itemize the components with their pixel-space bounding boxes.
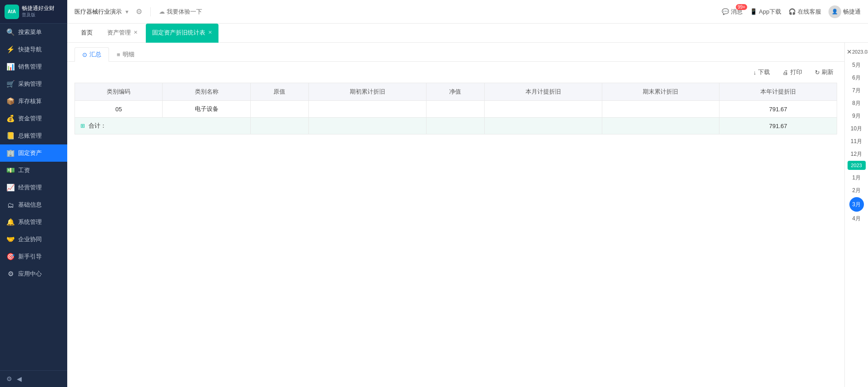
sidebar-nav: 🔍 搜索菜单 ⚡ 快捷导航 📊 销售管理 🛒 采购管理 📦 库存核算 💰 资金管… (0, 24, 67, 370)
subtab-summary[interactable]: ⊙ 汇总 (74, 47, 109, 62)
month-3[interactable]: 3月 (849, 197, 864, 212)
col-header-original: 原值 (250, 83, 308, 101)
sidebar-item-guide[interactable]: 🎯 新手引导 (0, 248, 67, 265)
month-4[interactable]: 4月 (848, 213, 866, 224)
cart-icon: 🛒 (6, 80, 15, 88)
sidebar-item-purchase[interactable]: 🛒 采购管理 (0, 75, 67, 93)
total-icon: ⊞ (80, 123, 85, 129)
summary-icon: ⊙ (82, 51, 87, 58)
target-icon: 🎯 (6, 253, 15, 261)
table-wrap: 类别编码 类别名称 原值 期初累计折旧 净值 本月计提折旧 期末累计折旧 本年计… (67, 83, 844, 387)
sidebar-item-label: 企业协同 (18, 235, 42, 243)
total-net-value (426, 118, 484, 134)
total-end-accum (602, 118, 719, 134)
sidebar-item-label: 库存核算 (18, 97, 42, 105)
topbar: 医疗器械行业演示 ▼ ⚙ ☁ 我要体验一下 💬 消息 99+ 📱 App下载 🎧… (67, 0, 868, 24)
row-initial-accum (308, 101, 426, 118)
sidebar-item-label: 搜索菜单 (18, 28, 42, 36)
sidebar-item-label: 总账管理 (18, 132, 42, 140)
sidebar-item-label: 工资 (18, 166, 30, 174)
refresh-button[interactable]: ↻ 刷新 (811, 66, 837, 78)
sidebar-item-ledger[interactable]: 📒 总账管理 (0, 127, 67, 144)
year-tag-2023[interactable]: 2023 (848, 161, 866, 170)
tab-asset-mgmt-close[interactable]: ✕ (134, 30, 138, 35)
right-panel-close-button[interactable]: ✕ (847, 48, 852, 55)
sidebar-item-finance[interactable]: 💰 资金管理 (0, 110, 67, 127)
topbar-right: 💬 消息 99+ 📱 App下载 🎧 在线客服 👤 畅捷通 (722, 5, 861, 18)
col-header-initial-accum: 期初累计折旧 (308, 83, 426, 101)
topbar-divider (150, 7, 151, 16)
month-9[interactable]: 9月 (848, 110, 866, 122)
tab-home-label: 首页 (81, 29, 93, 37)
period-label: 2023.03 (852, 49, 868, 55)
total-original-value (250, 118, 308, 134)
download-label: 下载 (758, 68, 770, 76)
bell-icon: 🔔 (6, 218, 15, 226)
col-header-monthly-dep: 本月计提折旧 (484, 83, 602, 101)
sidebar-item-label: 快捷导航 (18, 45, 42, 54)
sidebar-logo: AtA 畅捷通好业财 普及版 (0, 0, 67, 24)
subtabs: ⊙ 汇总 ≡ 明细 (67, 43, 844, 62)
row-original-value (250, 101, 308, 118)
sidebar-item-operations[interactable]: 📈 经营管理 (0, 179, 67, 196)
sidebar-item-label: 资金管理 (18, 114, 42, 123)
tab-fixed-asset-label: 固定资产折旧统计表 (152, 29, 205, 37)
total-initial-accum (308, 118, 426, 134)
experience-button[interactable]: ☁ 我要体验一下 (159, 8, 202, 16)
user-profile-button[interactable]: 👤 畅捷通 (828, 5, 861, 18)
tab-asset-mgmt[interactable]: 资产管理 ✕ (101, 24, 144, 43)
money-icon: 💰 (6, 114, 15, 123)
print-label: 打印 (790, 68, 802, 76)
month-12[interactable]: 12月 (848, 148, 866, 160)
sidebar-item-sales[interactable]: 📊 销售管理 (0, 58, 67, 75)
tab-home[interactable]: 首页 (74, 24, 99, 43)
subtab-detail[interactable]: ≡ 明细 (109, 47, 142, 62)
month-7[interactable]: 7月 (848, 84, 866, 96)
sidebar-item-label: 销售管理 (18, 63, 42, 71)
username: 畅捷通 (843, 8, 861, 16)
sidebar-item-quick-nav[interactable]: ⚡ 快捷导航 (0, 41, 67, 58)
sidebar-collapse-button[interactable]: ◀ (17, 375, 22, 382)
app-download-button[interactable]: 📱 App下载 (750, 8, 781, 16)
month-5[interactable]: 5月 (848, 59, 866, 71)
print-button[interactable]: 🖨 打印 (779, 66, 806, 78)
app-download-label: App下载 (759, 8, 781, 16)
mobile-icon: 📱 (750, 8, 757, 15)
sidebar-item-label: 应用中心 (18, 270, 42, 278)
sidebar-item-basic-info[interactable]: 🗂 基础信息 (0, 196, 67, 213)
total-label-cell: ⊞ 合计： (75, 118, 251, 134)
customer-service-button[interactable]: 🎧 在线客服 (789, 8, 821, 16)
month-10[interactable]: 10月 (848, 123, 866, 134)
folder-icon: 🗂 (6, 201, 15, 209)
sidebar-item-label: 基础信息 (18, 201, 42, 209)
sidebar-item-app-center[interactable]: ⚙ 应用中心 (0, 265, 67, 283)
sidebar-item-system[interactable]: 🔔 系统管理 (0, 213, 67, 231)
sidebar-item-fixed-assets[interactable]: 🏢 固定资产 (0, 144, 67, 162)
month-6[interactable]: 6月 (848, 72, 866, 84)
col-header-code: 类别编码 (75, 83, 163, 101)
app-name: 畅捷通好业财 (22, 5, 55, 12)
month-8[interactable]: 8月 (848, 97, 866, 109)
tab-fixed-asset-close[interactable]: ✕ (208, 30, 212, 35)
month-1[interactable]: 1月 (848, 172, 866, 184)
sidebar-settings-button[interactable]: ⚙ (6, 375, 12, 382)
total-annual-dep: 791.67 (719, 118, 837, 134)
message-badge: 99+ (736, 4, 747, 10)
message-button[interactable]: 💬 消息 99+ (722, 8, 743, 16)
sidebar-item-search[interactable]: 🔍 搜索菜单 (0, 24, 67, 41)
topbar-settings-icon[interactable]: ⚙ (136, 7, 142, 16)
tab-fixed-asset-depreciation[interactable]: 固定资产折旧统计表 ✕ (146, 24, 218, 43)
payroll-icon: 💵 (6, 166, 15, 174)
sidebar-item-cooperation[interactable]: 🤝 企业协同 (0, 231, 67, 248)
month-11[interactable]: 11月 (848, 135, 866, 147)
month-2[interactable]: 2月 (848, 184, 866, 196)
col-header-name: 类别名称 (163, 83, 250, 101)
company-selector[interactable]: 医疗器械行业演示 ▼ (74, 8, 129, 16)
total-monthly-dep (484, 118, 602, 134)
download-button[interactable]: ↓ 下载 (750, 66, 774, 78)
sidebar-item-inventory[interactable]: 📦 库存核算 (0, 93, 67, 110)
headset-icon: 🎧 (789, 8, 796, 15)
sidebar-item-payroll[interactable]: 💵 工资 (0, 162, 67, 179)
content-area: ⊙ 汇总 ≡ 明细 ↓ 下载 🖨 打印 ↻ (67, 43, 868, 387)
download-icon: ↓ (754, 69, 757, 76)
